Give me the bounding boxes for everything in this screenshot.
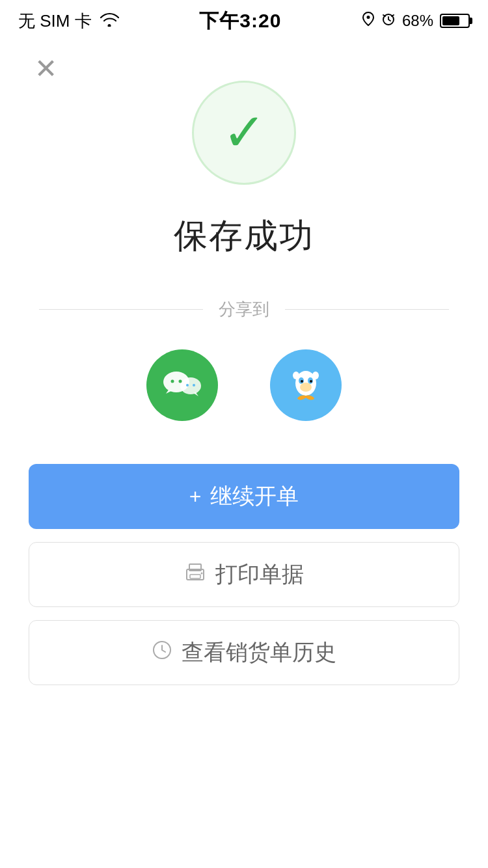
divider-row: 分享到 — [0, 298, 488, 321]
share-section: 分享到 — [0, 298, 488, 421]
printer-icon — [184, 562, 206, 588]
close-icon: ✕ — [34, 55, 57, 83]
wifi-icon — [100, 11, 119, 31]
svg-point-16 — [293, 372, 299, 379]
plus-icon: + — [189, 485, 202, 509]
svg-point-21 — [201, 573, 203, 575]
location-icon — [362, 12, 375, 30]
svg-point-11 — [301, 380, 303, 383]
checkmark-icon: ✓ — [223, 107, 266, 159]
svg-point-4 — [171, 380, 174, 383]
qq-icon — [286, 365, 326, 405]
svg-point-0 — [366, 16, 370, 19]
history-label: 查看销货单历史 — [182, 638, 336, 668]
share-icons — [146, 349, 342, 421]
close-button[interactable]: ✕ — [29, 52, 62, 86]
wechat-share-button[interactable] — [146, 349, 218, 421]
divider-left — [39, 309, 203, 310]
clock-icon — [152, 640, 172, 666]
battery-percent: 68% — [402, 12, 433, 30]
svg-point-7 — [193, 384, 195, 387]
battery-icon — [440, 14, 470, 28]
history-button[interactable]: 查看销货单历史 — [29, 620, 459, 685]
qq-share-button[interactable] — [270, 349, 342, 421]
continue-button[interactable]: + 继续开单 — [29, 464, 459, 529]
print-button[interactable]: 打印单据 — [29, 542, 459, 607]
success-title: 保存成功 — [174, 213, 314, 259]
svg-point-12 — [310, 380, 312, 383]
share-label: 分享到 — [203, 298, 285, 321]
status-left: 无 SIM 卡 — [18, 10, 119, 33]
action-buttons: + 继续开单 打印单据 查看销货单历史 — [0, 464, 488, 685]
divider-right — [285, 309, 449, 310]
svg-point-13 — [300, 383, 312, 392]
status-time: 下午3:20 — [199, 8, 281, 34]
svg-rect-20 — [190, 575, 200, 578]
print-label: 打印单据 — [215, 560, 304, 590]
continue-label: 继续开单 — [210, 481, 299, 511]
svg-point-6 — [186, 384, 189, 387]
svg-point-17 — [312, 372, 319, 379]
svg-point-3 — [180, 377, 201, 394]
alarm-icon — [381, 12, 396, 30]
status-right: 68% — [362, 12, 470, 30]
wechat-icon — [159, 362, 205, 408]
status-bar: 无 SIM 卡 下午3:20 68% — [0, 0, 488, 42]
svg-point-5 — [179, 380, 182, 383]
success-circle: ✓ — [192, 81, 296, 185]
main-content: ✓ 保存成功 分享到 — [0, 42, 488, 685]
no-sim-label: 无 SIM 卡 — [18, 10, 92, 33]
